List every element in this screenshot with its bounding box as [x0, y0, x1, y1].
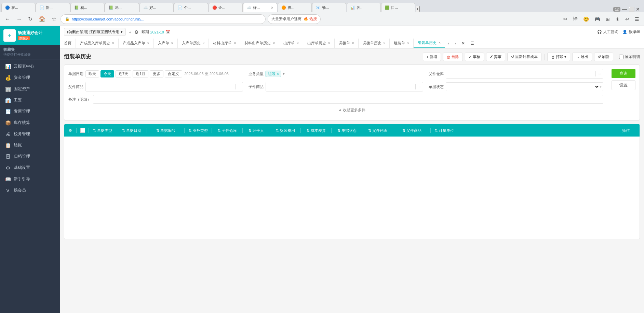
th-order-date[interactable]: ⇅ 单据日期 [116, 128, 147, 133]
tab-inbound[interactable]: 入库单 × [154, 39, 178, 48]
browser-tab-10[interactable]: 📧 畅... [312, 3, 346, 12]
sidebar-item-inventory[interactable]: 📦 库存核算 [0, 117, 60, 128]
sidebar-item-funds[interactable]: 💰 资金管理 [0, 72, 60, 83]
tab-material-outbound[interactable]: 材料出库单 × [209, 39, 240, 48]
tab-transfer-close[interactable]: × [352, 41, 354, 45]
tab-finished-goods-history[interactable]: 产成品入库单历史 × [76, 39, 119, 48]
browser-tab-6[interactable]: 📄 个... [174, 3, 208, 12]
favorites-subtitle[interactable]: 快捷键打开收藏夹 [3, 52, 56, 57]
custom-btn[interactable]: 自定义 [165, 70, 182, 77]
scissors-btn[interactable]: ✂ [561, 15, 569, 24]
query-button[interactable]: 查询 [612, 69, 635, 78]
week-btn[interactable]: 近7天 [116, 70, 131, 77]
browser-tab-4[interactable]: 📗 易... [105, 3, 139, 12]
th-checkbox[interactable] [77, 128, 89, 133]
today-btn[interactable]: 今天 [100, 70, 114, 77]
tab-scroll-right[interactable]: › [452, 39, 459, 48]
browser-tab-7[interactable]: 🔴 企... [209, 3, 243, 12]
grid-btn[interactable]: ⊞ [604, 15, 612, 24]
tab-mat-out-hist-close[interactable]: × [273, 41, 275, 45]
tab-inbound-history-close[interactable]: × [203, 41, 205, 45]
bookmark-button[interactable]: ☆ [50, 14, 58, 24]
audit-button[interactable]: ✓ 审核 [465, 53, 484, 61]
refresh-button[interactable]: ↻ [26, 14, 35, 24]
tab-assembly-close[interactable]: × [407, 41, 409, 45]
tab-transfer-hist-close[interactable]: × [384, 41, 386, 45]
th-cost-diff[interactable]: ⇅ 成本差异 [301, 128, 332, 133]
sidebar-item-membership[interactable]: V 畅会员 [0, 185, 60, 196]
tab-assembly-hist-close[interactable]: × [439, 41, 441, 45]
th-child-warehouse[interactable]: ⇅ 子件仓库 [212, 128, 243, 133]
company-settings-btn[interactable]: ⚙ [134, 29, 139, 35]
add-company-btn[interactable]: + [129, 29, 131, 35]
tab-finished-goods[interactable]: 产成品入库单 × [119, 39, 154, 48]
tab-scroll-left[interactable]: ‹ [445, 39, 452, 48]
sidebar-item-fixed-assets[interactable]: 🏢 固定资产 [0, 83, 60, 95]
tab-assembly[interactable]: 组装单 × [390, 39, 414, 48]
sidebar-item-archive[interactable]: 🗄 归档管理 [0, 151, 60, 162]
tag-remove-btn[interactable]: × [277, 72, 279, 76]
child-goods-input[interactable] [266, 82, 415, 91]
delete-button[interactable]: 🗑 删除 [443, 53, 463, 61]
sidebar-item-settings[interactable]: ⚙ 基础设置 [0, 162, 60, 173]
period-selector[interactable]: 账期 2021-10 📅 [142, 29, 170, 34]
tab-fg-history-close[interactable]: × [112, 41, 114, 45]
service-btn[interactable]: 🎧 人工咨询 [597, 29, 618, 34]
browser-tab-1[interactable]: 🔵 在... [1, 3, 36, 12]
sidebar-item-guide[interactable]: 📖 新手引导 [0, 173, 60, 185]
browser-tab-8[interactable]: ☁️ 好... ✕ [243, 3, 277, 12]
tab-inbound-close[interactable]: × [171, 41, 173, 45]
tab-out-hist-close[interactable]: × [328, 41, 330, 45]
browser-search-bar[interactable]: 大量安卓用户逃离 🔥 热搜 [268, 14, 321, 24]
more-btn[interactable]: 更多 [150, 70, 163, 77]
tab-outbound[interactable]: 出库单 × [279, 39, 303, 48]
sidebar-item-tax[interactable]: 🖨 税务管理 [0, 128, 60, 140]
forward-button[interactable]: → [14, 15, 24, 24]
order-status-select[interactable] [446, 83, 600, 91]
th-order-status[interactable]: ⇅ 单据状态 [332, 128, 362, 133]
tab-inbound-history[interactable]: 入库单历史 × [178, 39, 209, 48]
collapse-button[interactable]: ∧ 收起更多条件 [337, 106, 367, 114]
browser-tab-2[interactable]: 📄 新... [36, 3, 70, 12]
th-business-type[interactable]: ⇅ 业务类型 [185, 128, 212, 133]
parent-warehouse-more-btn[interactable]: ··· [595, 71, 603, 76]
print-button[interactable]: 🖨 打印 ▾ [547, 53, 570, 61]
th-handler[interactable]: ⇅ 经手人 [243, 128, 270, 133]
refresh-button[interactable]: ↺ 刷新 [594, 53, 613, 61]
th-parent-list[interactable]: ⇅ 父件列表 [362, 128, 393, 133]
browser-tab-11[interactable]: 📊 各... [347, 3, 381, 12]
th-unit[interactable]: ⇅ 计量单位 [431, 128, 458, 133]
tab-fg-close[interactable]: × [147, 41, 149, 45]
emoji-btn[interactable]: 😊 [581, 15, 591, 24]
browser-tab-3[interactable]: 📗 易... [70, 3, 105, 12]
tab-close-all[interactable]: ✕ [459, 39, 468, 48]
sidebar-item-checkout[interactable]: 📋 结账 [0, 140, 60, 151]
tab-transfer-history[interactable]: 调拨单历史 × [359, 39, 390, 48]
tab-outbound-history[interactable]: 出库单历史 × [303, 39, 335, 48]
browser-tab-9[interactable]: 🟠 腾... [278, 3, 312, 12]
menu-btn[interactable]: ☰ [633, 15, 641, 24]
month-btn[interactable]: 近1月 [133, 70, 148, 77]
sidebar-item-invoice[interactable]: 🧾 发票管理 [0, 106, 60, 117]
parent-goods-more-btn[interactable]: ··· [235, 84, 243, 89]
url-bar[interactable]: 🔒 https://cloud.chanjet.com/accounting/u… [61, 14, 266, 24]
yesterday-btn[interactable]: 昨天 [85, 70, 99, 77]
display-toggle-checkbox[interactable] [619, 55, 623, 59]
th-disassembly-cost[interactable]: ⇅ 拆装费用 [270, 128, 301, 133]
browser-tab-5[interactable]: ☁️ 好... [139, 3, 174, 12]
tab-menu-btn[interactable]: ☰ [468, 39, 477, 48]
sidebar-item-salary[interactable]: 👔 工资 [0, 95, 60, 106]
business-type-dropdown-icon[interactable]: ▾ [283, 71, 285, 76]
parent-warehouse-input[interactable] [446, 69, 595, 78]
history-btn[interactable]: ↩ [623, 15, 631, 24]
th-settings[interactable]: ⚙ [64, 128, 77, 133]
home-button[interactable]: 🏠 [37, 14, 48, 24]
sidebar-item-reports[interactable]: 📊 云报表中心 [0, 61, 60, 72]
tab-assembly-history[interactable]: 组装单历史 × [414, 38, 445, 48]
theme-btn[interactable]: ☀ [613, 15, 622, 24]
user-info[interactable]: 👤 徐泽华 [622, 29, 640, 34]
child-goods-more-btn[interactable]: ··· [415, 84, 423, 89]
maximize-btn[interactable]: ⬜ [629, 6, 634, 12]
parent-goods-input[interactable] [86, 82, 235, 91]
translate-btn[interactable]: 译 [571, 15, 580, 24]
